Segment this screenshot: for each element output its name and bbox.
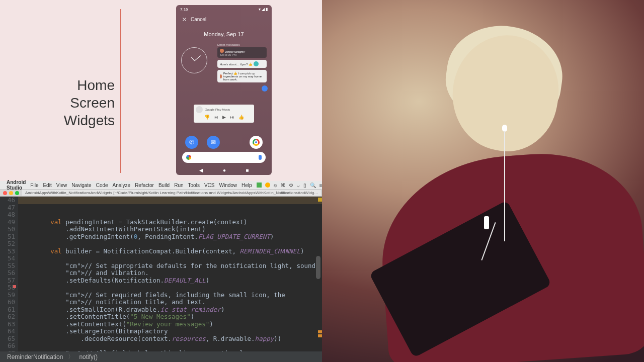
phone-mockup: 7:16 ▾ ◢ ▮ Cancel Monday, Sep 17 Direct … bbox=[176, 5, 272, 175]
wifi-icon: ▾ bbox=[259, 7, 261, 12]
highlighted-line bbox=[18, 197, 322, 204]
messages-app-icon[interactable]: ✉ bbox=[207, 136, 220, 149]
breakpoint-icon[interactable] bbox=[13, 285, 16, 288]
avatar-icon bbox=[220, 49, 224, 53]
slide-title: Home Screen Widgets bbox=[29, 76, 115, 129]
slide-panel: Home Screen Widgets 7:16 ▾ ◢ ▮ Cancel Mo… bbox=[0, 0, 322, 181]
vertical-divider bbox=[120, 9, 121, 173]
menu-refactor[interactable]: Refactor bbox=[135, 183, 154, 188]
battery-icon[interactable]: ▯ bbox=[303, 183, 306, 188]
home-icon[interactable]: ● bbox=[223, 167, 226, 173]
album-art-icon bbox=[196, 106, 203, 113]
recents-icon[interactable]: ■ bbox=[246, 167, 249, 173]
message-bubble: Perfect 👍 I can pick up ingredients on m… bbox=[217, 70, 267, 82]
close-icon[interactable] bbox=[182, 17, 187, 22]
cancel-label: Cancel bbox=[191, 17, 206, 22]
status-icons: ▾ ◢ ▮ bbox=[259, 7, 268, 12]
traffic-lights bbox=[0, 191, 22, 195]
slide-title-line2: Widgets bbox=[64, 113, 115, 128]
thumb-up-icon[interactable]: 👍 bbox=[238, 115, 244, 120]
message-bubble: How's about… 6pm? 👍 bbox=[217, 60, 267, 68]
tray-icon[interactable]: ⌘ bbox=[280, 183, 285, 188]
edit-marker-icon[interactable] bbox=[318, 330, 322, 333]
message-bubble: Dinner tonight? Sat 8:00 PM bbox=[217, 47, 267, 58]
avatar-icon bbox=[254, 61, 259, 66]
cancel-row[interactable]: Cancel bbox=[176, 12, 272, 27]
code-area[interactable]: val pendingIntent = TaskStackBuilder.cre… bbox=[18, 197, 322, 351]
earphone-remote bbox=[484, 216, 489, 229]
macos-menubar: Android Studio File Edit View Navigate C… bbox=[0, 181, 322, 190]
breadcrumb-method[interactable]: notify() bbox=[79, 353, 98, 360]
menu-window[interactable]: Window bbox=[219, 183, 237, 188]
hero-photo bbox=[322, 0, 644, 362]
edit-marker-icon[interactable] bbox=[318, 334, 322, 337]
search-icon[interactable]: 🔍 bbox=[310, 183, 316, 188]
line-gutter: 4647484950515253545556575859606162636465… bbox=[0, 197, 18, 351]
menu-view[interactable]: View bbox=[56, 183, 67, 188]
prev-icon[interactable]: ⏮ bbox=[214, 115, 218, 120]
thumb-down-icon[interactable]: 👎 bbox=[204, 115, 210, 120]
dock-spacer bbox=[228, 136, 241, 149]
tray-icon[interactable]: ⚙ bbox=[289, 183, 293, 188]
phone-status-bar: 7:16 ▾ ◢ ▮ bbox=[176, 5, 272, 12]
android-nav-bar: ◀ ● ■ bbox=[176, 167, 272, 173]
chrome-app-icon[interactable] bbox=[250, 136, 263, 149]
messaging-widget[interactable]: Direct messages Dinner tonight? Sat 8:00… bbox=[217, 43, 267, 84]
message-text: Perfect 👍 I can pick up ingredients on m… bbox=[223, 71, 264, 81]
status-indicator-icon bbox=[257, 183, 262, 188]
menu-build[interactable]: Build bbox=[158, 183, 170, 188]
compose-fab-icon[interactable] bbox=[262, 85, 268, 92]
signal-icon: ◢ bbox=[262, 7, 265, 12]
music-widget[interactable]: Google Play Music 👎 ⏮ ▶ ⏭ 👍 bbox=[194, 105, 254, 123]
next-icon[interactable]: ⏭ bbox=[230, 115, 234, 120]
slide-title-line1: Home Screen bbox=[70, 77, 115, 111]
menu-help[interactable]: Help bbox=[242, 183, 252, 188]
message-time: Sat 8:00 PM bbox=[220, 53, 236, 56]
earphone-cord bbox=[504, 131, 505, 241]
scrollbar-thumb[interactable] bbox=[316, 256, 320, 279]
menu-vcs[interactable]: VCS bbox=[204, 183, 215, 188]
back-icon[interactable]: ◀ bbox=[199, 167, 203, 173]
window-title[interactable]: AndroidAppsWithKotlin_NotificationsAndWi… bbox=[22, 190, 322, 196]
window-tab-bar: AndroidAppsWithKotlin_NotificationsAndWi… bbox=[0, 190, 322, 197]
menu-file[interactable]: File bbox=[30, 183, 38, 188]
music-controls: 👎 ⏮ ▶ ⏭ 👍 bbox=[196, 115, 252, 120]
music-title: Google Play Music bbox=[205, 108, 230, 111]
wifi-icon[interactable]: ⌵ bbox=[297, 183, 300, 188]
menu-navigate[interactable]: Navigate bbox=[71, 183, 91, 188]
code-editor[interactable]: 4647484950515253545556575859606162636465… bbox=[0, 197, 322, 351]
phone-app-icon[interactable]: ✆ bbox=[185, 136, 198, 149]
zoom-window-icon[interactable] bbox=[15, 191, 19, 195]
play-icon[interactable]: ▶ bbox=[222, 115, 226, 120]
close-window-icon[interactable] bbox=[3, 191, 7, 195]
menu-edit[interactable]: Edit bbox=[43, 183, 51, 188]
warning-marker-icon[interactable] bbox=[318, 198, 322, 202]
google-search-bar[interactable] bbox=[182, 152, 266, 163]
message-text: How's about… 6pm? 👍 bbox=[220, 62, 252, 66]
phone-time: 7:16 bbox=[180, 7, 188, 12]
mic-icon[interactable] bbox=[259, 155, 262, 160]
chevron-right-icon: 〉 bbox=[68, 352, 74, 361]
menu-analyze[interactable]: Analyze bbox=[113, 183, 131, 188]
google-icon bbox=[186, 155, 191, 160]
phone-dock: ✆ ✉ bbox=[176, 136, 272, 149]
app-menu[interactable]: Android Studio bbox=[7, 179, 26, 191]
menu-code[interactable]: Code bbox=[96, 183, 108, 188]
menu-run[interactable]: Run bbox=[174, 183, 183, 188]
editor-breadcrumb: ReminderNotification 〉 notify() bbox=[0, 351, 322, 362]
tray-icon[interactable]: ⎋ bbox=[274, 183, 277, 188]
messaging-label: Direct messages bbox=[217, 43, 267, 46]
phone-date: Monday, Sep 17 bbox=[176, 31, 272, 37]
status-indicator-icon bbox=[265, 183, 270, 188]
avatar-icon bbox=[220, 74, 222, 78]
minimize-window-icon[interactable] bbox=[9, 191, 13, 195]
clock-widget[interactable] bbox=[181, 47, 207, 73]
widget-area: Direct messages Dinner tonight? Sat 8:00… bbox=[181, 43, 267, 94]
breadcrumb-class[interactable]: ReminderNotification bbox=[7, 353, 63, 360]
menu-tools[interactable]: Tools bbox=[188, 183, 200, 188]
battery-icon: ▮ bbox=[266, 7, 268, 12]
